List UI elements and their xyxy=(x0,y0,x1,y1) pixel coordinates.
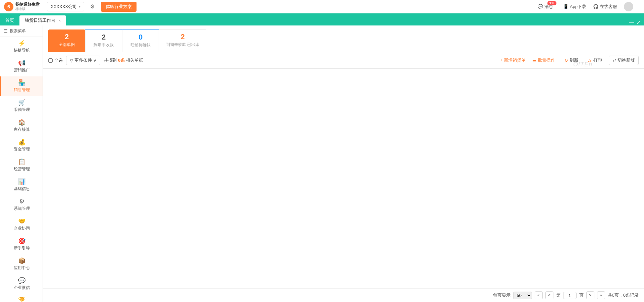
stat-label-pending: 旺铺待确认 xyxy=(129,42,152,48)
filter-button[interactable]: ▽ 更多条件 ∨ xyxy=(66,56,100,65)
avatar[interactable] xyxy=(624,2,633,11)
sidebar-item-basic-info[interactable]: 📊 基础信息 xyxy=(0,175,43,195)
tab-maximize-icon[interactable]: ⤢ xyxy=(636,19,641,25)
guide-icon: 🎯 xyxy=(18,238,25,244)
stat-num-overdue: 2 xyxy=(92,33,115,42)
stat-tab-all[interactable]: 2 全部单据 xyxy=(48,29,85,52)
logo-sub: 标准版 xyxy=(15,7,40,11)
operations-icon: 📋 xyxy=(18,159,25,165)
stat-tab-shipped[interactable]: 2 到期未收款 已出库 xyxy=(159,29,206,52)
app-download-button[interactable]: 📱 App下载 xyxy=(563,4,586,10)
prev-page-button[interactable]: < xyxy=(545,291,553,299)
found-count: 0条 xyxy=(118,58,125,63)
stat-tab-overdue[interactable]: 2 到期未收款 xyxy=(85,29,122,52)
tab-bar: 首页 钱货日清工作台 × — ⤢ xyxy=(0,13,644,25)
company-name: XXXXXX公司 xyxy=(51,4,77,10)
company-selector[interactable]: XXXXXX公司 ▾ xyxy=(47,2,84,11)
per-page-select[interactable]: 50 10 20 100 xyxy=(513,292,532,299)
filter-icon: ▽ xyxy=(70,58,73,63)
last-page-button[interactable]: » xyxy=(597,291,605,299)
phone-icon: 📱 xyxy=(563,4,569,9)
select-all-label[interactable]: 全选 xyxy=(48,57,63,63)
page-label: 第 xyxy=(556,292,560,298)
finance-icon: 💰 xyxy=(18,139,25,145)
purchase-icon: 🛒 xyxy=(18,100,25,106)
batch-icon: ☰ xyxy=(532,58,536,63)
stat-tab-pending[interactable]: 0 旺铺待确认 xyxy=(122,29,159,52)
stat-label-overdue: 到期未收款 xyxy=(92,42,115,48)
filter-arrow-icon: ∨ xyxy=(93,58,97,63)
app-center-icon: 📦 xyxy=(18,258,25,264)
header-right: 💬 消息 99+ 📱 App下载 🎧 在线客服 xyxy=(538,2,640,11)
sidebar-item-quick-nav[interactable]: ⚡ 快捷导航 xyxy=(0,37,43,57)
stat-label-shipped: 到期未收款 已出库 xyxy=(166,42,199,48)
logo-text: 畅捷通好生意 标准版 xyxy=(15,2,40,11)
enterprise-icon: 🤝 xyxy=(18,218,25,224)
inventory-icon: 🏠 xyxy=(18,119,25,125)
sidebar-item-wechat[interactable]: 💬 企业微信 xyxy=(0,274,43,294)
toolbar: 全选 ▽ 更多条件 ∨ 共找到 0条 相关单据 + 新增销货单 ☰ 批量操作 xyxy=(43,52,644,69)
sales-icon: 🏪 xyxy=(18,80,25,86)
sidebar-item-guide[interactable]: 🎯 新手引导 xyxy=(0,235,43,254)
tab-home[interactable]: 首页 xyxy=(0,15,19,25)
pagination-bar: 每页显示 50 10 20 100 « < 第 页 > » 共0页，0条记录 xyxy=(43,288,644,302)
marketing-icon: 📢 xyxy=(18,60,25,66)
main-layout: ☰ 搜索菜单 ⚡ 快捷导航 📢 营销推广 🏪 销售管理 🛒 采购管理 🏠 库存核… xyxy=(0,25,644,302)
total-records: 共0页，0条记录 xyxy=(608,292,639,298)
sidebar-item-marketing[interactable]: 📢 营销推广 xyxy=(0,57,43,76)
tab-close-icon[interactable]: × xyxy=(59,18,61,22)
basic-info-icon: 📊 xyxy=(18,179,25,185)
company-dropdown-icon: ▾ xyxy=(79,5,80,8)
member-icon: 🏆 xyxy=(18,297,25,302)
settings-button[interactable]: ⚙ xyxy=(87,1,98,12)
stats-tabs: 2 全部单据 2 到期未收款 0 旺铺待确认 2 到期未收款 已出库 xyxy=(43,25,644,52)
logo-icon: 6 xyxy=(4,2,13,11)
quick-nav-icon: ⚡ xyxy=(18,40,25,46)
tab-minimize-icon[interactable]: — xyxy=(629,19,634,25)
tab-bar-right: — ⤢ xyxy=(629,19,644,25)
content-area: 2 全部单据 2 到期未收款 0 旺铺待确认 2 到期未收款 已出库 全选 xyxy=(43,25,644,302)
stat-num-all: 2 xyxy=(55,33,78,41)
sidebar-item-inventory[interactable]: 🏠 库存核算 xyxy=(0,116,43,136)
found-text: 共找到 0条 相关单据 xyxy=(104,57,143,63)
system-icon: ⚙ xyxy=(19,198,24,204)
watermark-text: OfTEn xyxy=(573,61,592,68)
sidebar-item-finance[interactable]: 💰 资金管理 xyxy=(0,136,43,156)
stat-label-all: 全部单据 xyxy=(55,42,78,48)
stat-num-shipped: 2 xyxy=(166,33,199,41)
tab-qianhuoriqing[interactable]: 钱货日清工作台 × xyxy=(19,15,66,25)
page-input[interactable] xyxy=(563,292,577,299)
logo-area: 6 畅捷通好生意 标准版 xyxy=(4,2,47,11)
sidebar-item-sales[interactable]: 🏪 销售管理 xyxy=(0,76,43,96)
select-all-checkbox[interactable] xyxy=(48,58,53,63)
stat-num-pending: 0 xyxy=(129,33,152,42)
sidebar-item-operations[interactable]: 📋 经营管理 xyxy=(0,156,43,175)
table-area xyxy=(43,69,644,288)
per-page-label: 每页显示 xyxy=(493,292,511,298)
new-order-button[interactable]: + 新增销货单 xyxy=(500,57,526,63)
sidebar-item-app-center[interactable]: 📦 应用中心 xyxy=(0,254,43,274)
batch-operation-button[interactable]: ☰ 批量操作 xyxy=(530,56,558,65)
top-header: 6 畅捷通好生意 标准版 XXXXXX公司 ▾ ⚙ 体验行业方案 💬 消息 99… xyxy=(0,0,644,13)
sidebar-item-enterprise[interactable]: 🤝 企业协同 xyxy=(0,215,43,235)
wechat-icon: 💬 xyxy=(18,278,25,284)
toolbar-right: + 新增销货单 ☰ 批量操作 ↻ 刷新 🖨 打印 ⇄ 切换新版 xyxy=(500,56,639,65)
page-label-end: 页 xyxy=(579,292,584,298)
refresh-icon: ↻ xyxy=(565,58,568,63)
toolbar-left: 全选 ▽ 更多条件 ∨ 共找到 0条 相关单据 xyxy=(48,56,497,65)
search-menu-icon: ☰ xyxy=(4,29,8,34)
search-menu-button[interactable]: ☰ 搜索菜单 xyxy=(0,25,43,37)
sidebar-item-purchase[interactable]: 🛒 采购管理 xyxy=(0,96,43,116)
next-page-button[interactable]: > xyxy=(586,291,594,299)
switch-version-button[interactable]: ⇄ 切换新版 xyxy=(609,56,639,65)
sidebar-item-system[interactable]: ⚙ 系统管理 xyxy=(0,195,43,215)
message-badge: 99+ xyxy=(547,1,556,5)
message-icon: 💬 xyxy=(538,4,543,9)
sidebar-item-member[interactable]: 🏆 畅会员 xyxy=(0,294,43,302)
online-service-button[interactable]: 🎧 在线客服 xyxy=(593,4,617,10)
first-page-button[interactable]: « xyxy=(535,291,543,299)
switch-icon: ⇄ xyxy=(612,58,616,63)
trial-button[interactable]: 体验行业方案 xyxy=(101,2,137,12)
headset-icon: 🎧 xyxy=(593,4,598,9)
messages-button[interactable]: 💬 消息 99+ xyxy=(538,4,553,10)
